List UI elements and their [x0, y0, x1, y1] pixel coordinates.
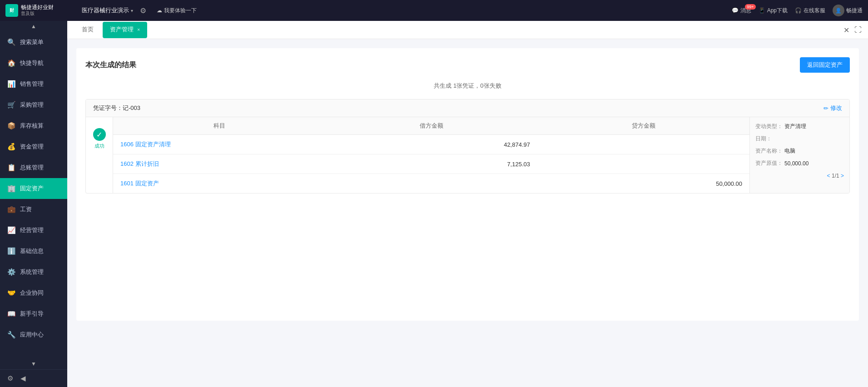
logo-name: 畅捷通好业财	[21, 4, 54, 10]
sidebar-scroll-up[interactable]: ▲	[0, 21, 67, 32]
side-info-asset-value: 资产原值： 50,000.00	[755, 159, 844, 167]
ledger-icon: 📋	[7, 164, 15, 172]
sidebar-item-beginner-guide[interactable]: 📖 新手引导	[0, 303, 67, 324]
header-debit: 借方金额	[325, 117, 537, 134]
logo-text-block: 畅捷通好业财 普及版	[21, 4, 54, 17]
page-indicator: 1/1	[832, 173, 841, 179]
asset-value-value: 50,000.00	[784, 160, 808, 167]
business-icon: 📈	[7, 226, 15, 234]
table-row: 1606 固定资产清理 42,874.97	[113, 135, 749, 154]
asset-name-value: 电脑	[784, 147, 795, 155]
tab-bar: 首页 资产管理 ×	[67, 21, 868, 39]
result-header: 本次生成的结果 返回固定资产	[85, 57, 850, 73]
sidebar-collapse-icon[interactable]: ◀	[20, 374, 26, 382]
user-menu[interactable]: 👤 畅捷通	[833, 5, 863, 16]
cell-debit-3	[325, 178, 537, 189]
home-icon: 🏠	[7, 59, 15, 67]
sidebar-scroll-down[interactable]: ▼	[0, 358, 67, 369]
sidebar-item-sales-mgmt[interactable]: 📊 销售管理	[0, 74, 67, 94]
table-row: 1602 累计折旧 7,125.03	[113, 154, 749, 174]
settings-icon[interactable]: ⚙	[137, 4, 149, 17]
company-selector[interactable]: 医疗器械行业演示 ▾	[82, 6, 133, 15]
search-icon: 🔍	[7, 38, 15, 46]
window-controls: ✕ ⛶	[836, 21, 868, 39]
table-main: 科目 借方金额 贷方金额 1606 固定资产清理 42,874.97 1602 …	[113, 117, 749, 193]
tab-home[interactable]: 首页	[74, 22, 101, 38]
cell-subject-3: 1601 固定资产	[113, 174, 325, 193]
message-icon: 💬	[732, 7, 739, 14]
sidebar-item-quick-nav[interactable]: 🏠 快捷导航	[0, 53, 67, 74]
sidebar-item-enterprise-collab[interactable]: 🤝 企业协同	[0, 283, 67, 303]
sidebar-item-salary[interactable]: 💼 工资	[0, 199, 67, 220]
cell-credit-1	[537, 139, 749, 150]
edit-button[interactable]: ✏ 修改	[823, 104, 842, 112]
sidebar-item-app-center[interactable]: 🔧 应用中心	[0, 324, 67, 345]
sidebar-settings-icon[interactable]: ⚙	[7, 374, 13, 382]
chevron-down-icon: ▾	[131, 8, 133, 13]
return-button[interactable]: 返回固定资产	[800, 57, 850, 73]
message-badge: 99+	[745, 4, 755, 10]
top-center: 医疗器械行业演示 ▾ ⚙ ☁ 我要体验一下	[73, 4, 732, 17]
next-page[interactable]: >	[841, 173, 844, 179]
salary-icon: 💼	[7, 205, 15, 213]
cell-debit-2: 7,125.03	[325, 155, 537, 173]
prev-page[interactable]: <	[827, 173, 830, 179]
phone-icon: 📱	[759, 7, 765, 14]
avatar: 👤	[833, 5, 844, 16]
fixed-assets-icon: 🏢	[7, 184, 15, 193]
sidebar-label: 企业协同	[20, 289, 44, 297]
sidebar-label: 系统管理	[20, 268, 44, 276]
asset-value-label: 资产原值：	[755, 159, 783, 167]
success-icon: ✓	[93, 128, 106, 141]
side-info-asset-name: 资产名称： 电脑	[755, 147, 844, 155]
tab-close-icon[interactable]: ×	[137, 27, 140, 32]
cloud-icon: ☁	[157, 7, 162, 14]
sidebar-item-fund-mgmt[interactable]: 💰 资金管理	[0, 136, 67, 157]
sidebar-label: 应用中心	[20, 331, 44, 339]
sidebar-item-fixed-assets[interactable]: 🏢 固定资产	[0, 178, 67, 199]
sidebar-item-general-ledger[interactable]: 📋 总账管理	[0, 157, 67, 178]
sidebar-scroll-area: 🔍 搜索菜单 🏠 快捷导航 📊 销售管理 🛒 采购管理 📦 库存核算 💰	[0, 32, 67, 358]
experience-button[interactable]: ☁ 我要体验一下	[153, 5, 200, 16]
sidebar-label: 搜索菜单	[20, 38, 44, 46]
voucher-table: ✓ 成功 科目 借方金额 贷方金额 1	[86, 117, 849, 193]
sidebar-label: 固定资产	[20, 184, 44, 193]
expand-panel-button[interactable]: ⛶	[853, 25, 863, 35]
cell-credit-2	[537, 159, 749, 169]
logo-area: 财 畅捷通好业财 普及版	[5, 4, 73, 17]
voucher-number: 凭证字号：记-003	[93, 104, 140, 112]
sidebar: ▲ 🔍 搜索菜单 🏠 快捷导航 📊 销售管理 🛒 采购管理 📦 库存核算	[0, 21, 67, 387]
header-credit: 贷方金额	[537, 117, 749, 134]
top-header: 财 畅捷通好业财 普及版 医疗器械行业演示 ▾ ⚙ ☁ 我要体验一下 💬 消息 …	[0, 0, 868, 21]
main-layout: ▲ 🔍 搜索菜单 🏠 快捷导航 📊 销售管理 🛒 采购管理 📦 库存核算	[0, 21, 868, 387]
voucher-section: 凭证字号：记-003 ✏ 修改 ✓ 成功	[85, 99, 850, 194]
sidebar-item-inventory[interactable]: 📦 库存核算	[0, 115, 67, 136]
page-title: 本次生成的结果	[85, 60, 136, 70]
sidebar-label: 库存核算	[20, 122, 44, 130]
pagination: < 1/1 >	[755, 173, 844, 179]
sidebar-label: 资金管理	[20, 143, 44, 151]
sidebar-item-business-mgmt[interactable]: 📈 经营管理	[0, 220, 67, 241]
app-download-button[interactable]: 📱 App下载	[759, 7, 788, 15]
status-label: 成功	[94, 143, 104, 149]
fund-icon: 💰	[7, 143, 15, 151]
sidebar-item-basic-info[interactable]: ℹ️ 基础信息	[0, 241, 67, 262]
side-info-date: 日期：	[755, 135, 844, 143]
table-row: 1601 固定资产 50,000.00	[113, 174, 749, 193]
collab-icon: 🤝	[7, 289, 15, 297]
message-button[interactable]: 💬 消息 99+	[732, 7, 751, 15]
voucher-header: 凭证字号：记-003 ✏ 修改	[86, 99, 849, 117]
online-service-button[interactable]: 🎧 在线客服	[795, 7, 825, 15]
sidebar-label: 工资	[20, 205, 32, 213]
sidebar-item-purchase-mgmt[interactable]: 🛒 采购管理	[0, 94, 67, 115]
cell-credit-3: 50,000.00	[537, 175, 749, 193]
cell-debit-1: 42,874.97	[325, 136, 537, 154]
sidebar-item-sys-mgmt[interactable]: ⚙️ 系统管理	[0, 262, 67, 283]
close-panel-button[interactable]: ✕	[841, 25, 852, 35]
status-block: ✓ 成功	[93, 128, 106, 149]
logo-icon: 财	[5, 4, 18, 17]
sidebar-item-search-menu[interactable]: 🔍 搜索菜单	[0, 32, 67, 53]
tab-asset-management[interactable]: 资产管理 ×	[103, 22, 147, 38]
side-info-panel: 变动类型： 资产清理 日期： 资产名称： 电脑	[749, 117, 849, 193]
cell-subject-2: 1602 累计折旧	[113, 154, 325, 174]
